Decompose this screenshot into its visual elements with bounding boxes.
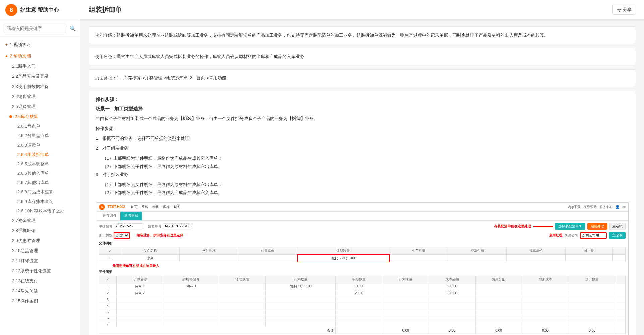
share-button[interactable]: 分享 <box>612 5 636 15</box>
app-title: 好生意 帮助中心 <box>20 7 59 14</box>
arrow-line1 <box>533 226 553 227</box>
save-btn[interactable]: 立定哦 <box>609 223 626 230</box>
nav-item-coupon[interactable]: 2.9优惠券管理 <box>0 236 80 246</box>
sidebar-nav: + 1.视频学习 ● 2.帮助文档 2.1新手入门 2.2产品安装及登录 2.3… <box>0 37 80 335</box>
type-label: 加工类型 <box>99 233 112 238</box>
form-row-1: 单据编号 集团单号 有装配清单的在这里处理 <box>99 223 626 230</box>
field-date: 单据编号 <box>99 223 144 229</box>
nav-item-outother[interactable]: 2.6.7其他出库单 <box>0 178 80 187</box>
td2-1-name: 附录 1 <box>116 283 163 290</box>
share-label: 分享 <box>623 7 632 13</box>
app-menu-bar: 首页 采购 销售 库存 财务 <box>131 205 565 209</box>
nav-item-purchase[interactable]: 2.5采购管理 <box>0 102 80 112</box>
nav-item-novice[interactable]: 2.1新手入门 <box>0 61 80 71</box>
th2-spec: 副规格编号 <box>163 276 219 283</box>
nav-item-custom[interactable]: 2.12系统个性化设置 <box>0 266 80 276</box>
service-center[interactable]: 服务中心 <box>599 205 613 209</box>
nav-group-inventory-title[interactable]: 2.6库存核算 <box>0 112 80 122</box>
top-table-label: 父件明细 <box>99 241 626 246</box>
search-button[interactable]: 🔍 <box>68 25 77 32</box>
confirm-btn[interactable]: 启用处理 <box>587 223 607 230</box>
menu-finance[interactable]: 财务 <box>174 205 180 209</box>
table-row: 7 <box>99 321 626 327</box>
nav-group-docs-title[interactable]: ● 2.帮助文档 <box>0 51 80 61</box>
nav-item-assemble[interactable]: 2.6.4组装拆卸单 <box>0 150 80 159</box>
footer-v7 <box>615 327 625 334</box>
dot-icon <box>9 115 12 118</box>
dept-input[interactable] <box>580 232 607 239</box>
nav-group-videos-title[interactable]: + 1.视频学习 <box>0 39 80 50</box>
type-select[interactable]: 组装 拆卸 <box>114 232 130 239</box>
nav-item-faq[interactable]: 2.14常见问题 <box>0 286 80 296</box>
footer-total: 合计 <box>99 327 336 334</box>
step-3-1: （1）上部明细为父件明细，最终作为原材料生成其它出库单； <box>102 181 629 189</box>
nav-item-install[interactable]: 2.2产品安装及登录 <box>0 71 80 81</box>
nav-item-cases[interactable]: 2.15操作案例 <box>0 296 80 306</box>
menu-inventory[interactable]: 库存 <box>163 205 170 209</box>
td2-2-fee <box>476 290 522 297</box>
nav-item-stocktake[interactable]: 2.6.1盘点单 <box>0 122 80 131</box>
online-help[interactable]: 在线帮助 <box>583 205 597 209</box>
nav-item-mobile[interactable]: 2.8手机旺铺 <box>0 226 80 236</box>
steps-label: 操作步骤： <box>96 125 629 132</box>
nav-item-data[interactable]: 2.3使用前数据准备 <box>0 81 80 92</box>
main-content: 功能介绍：组装拆卸单用来处理企业组装或拆卸等加工业务，支持有固定装配清单的产品加… <box>80 20 644 335</box>
nav-item-accounterr[interactable]: 2.6.10库存账本错了么办 <box>0 206 80 216</box>
sidebar-header: 6 好生意 帮助中心 <box>0 0 80 20</box>
menu-home[interactable]: 首页 <box>131 205 138 209</box>
nav-item-cost[interactable]: 2.6.5成本调整单 <box>0 159 80 169</box>
table-row: 6 <box>99 315 626 321</box>
intro-path-text: 页面路径：1、库存核算->库存管理->组装拆卸单 2、首页->常用功能 <box>95 74 630 82</box>
nav-item-sales[interactable]: 2.4销售管理 <box>0 92 80 102</box>
td2-1-spec: BIN-01 <box>163 283 219 290</box>
order-input[interactable] <box>163 223 193 229</box>
nav-item-inother[interactable]: 2.6.6其他入库单 <box>0 169 80 178</box>
step-2-sub: （1）上部明细为父件明细，最终作为产成品生成其它入库单； （2）下部明细为子件明… <box>96 154 629 171</box>
nav-group-docs: ● 2.帮助文档 2.1新手入门 2.2产品安装及登录 2.3使用前数据准备 2… <box>0 51 80 306</box>
app-form-area: 单据编号 集团单号 有装配清单的在这里处理 <box>96 221 628 335</box>
td-spec <box>180 255 238 262</box>
main-area: 组装拆卸单 分享 功能介绍：组装拆卸单用来处理企业组装或拆卸等加工业务，支持有固… <box>80 0 644 335</box>
table-row: 5 <box>99 309 626 315</box>
th2-check: ✓ <box>99 276 117 283</box>
nav-item-partial[interactable]: 2.6.2分量盘点单 <box>0 131 80 141</box>
nav-item-stockcheck[interactable]: 2.6.9库存账本查询 <box>0 197 80 206</box>
nav-item-ops[interactable]: 2.10经营管理 <box>0 246 80 256</box>
step-2-2: （2）下部明细为子件明细，最终作为原材料生成其它出库单。 <box>102 163 629 171</box>
td-unit <box>238 255 297 262</box>
annotation-confirm: 启用处理 <box>549 233 562 238</box>
app-nav-tabs: 库存调拨 新增单据 <box>96 212 628 221</box>
footer-v3: 0.00 <box>429 327 476 334</box>
bottom-table-label: 子件明细 <box>99 270 626 274</box>
menu-sales[interactable]: 销售 <box>152 205 159 209</box>
tab-new-order[interactable]: 新增单据 <box>120 212 142 220</box>
table-row: 1 米米 按比（×1）100 <box>99 255 626 262</box>
date-input[interactable] <box>114 223 144 229</box>
intro-role-block: 使用角色：通常由生产人员或库管人员完成拆装业务的操作，库管人员确认原材料的出库和… <box>89 48 636 65</box>
nav-item-print[interactable]: 2.11打印设置 <box>0 256 80 266</box>
save-confirm-btn[interactable]: 立定哦 <box>609 232 626 239</box>
menu-purchase[interactable]: 采购 <box>142 205 148 209</box>
td2-2-spec <box>163 290 219 297</box>
table-row: 2 附录 2 20.00 100.00 <box>99 290 626 297</box>
annotation-no-bom: 无固定清单可在组成在这里录入 <box>112 264 626 268</box>
nav-item-online[interactable]: 2.13在线支付 <box>0 276 80 286</box>
search-input[interactable] <box>4 24 66 33</box>
td2-2-act <box>615 290 625 297</box>
tab-stock-transfer[interactable]: 库存调拨 <box>99 212 120 220</box>
td2-1-act <box>615 283 625 290</box>
scene1-desc: 当由多个子件材料组装成一个成品的业务为【组装】业务，当由一个父件拆分成多个子产品… <box>96 115 629 122</box>
th-cost-price: 成本单价 <box>507 247 566 255</box>
th2-plan-rem: 计划未量 <box>382 276 429 283</box>
nav-item-adjust[interactable]: 2.6.3调拨单 <box>0 141 80 150</box>
td2-1-proc <box>569 283 615 290</box>
step-2: 2、对于组装业务 <box>96 144 629 152</box>
nav-item-finance[interactable]: 2.7资金管理 <box>0 216 80 226</box>
app-download[interactable]: App下载 <box>568 205 581 209</box>
td2-1-attr <box>219 283 265 290</box>
td-act <box>613 255 626 262</box>
nav-item-goodscost[interactable]: 2.6.8商品成本重算 <box>0 187 80 197</box>
td2-1-plan: (坯料×1) ÷ 100 <box>265 283 335 290</box>
footer-v6: 0.00 <box>569 327 615 334</box>
bom-select-btn[interactable]: 选择装配清单▼ <box>555 223 585 230</box>
